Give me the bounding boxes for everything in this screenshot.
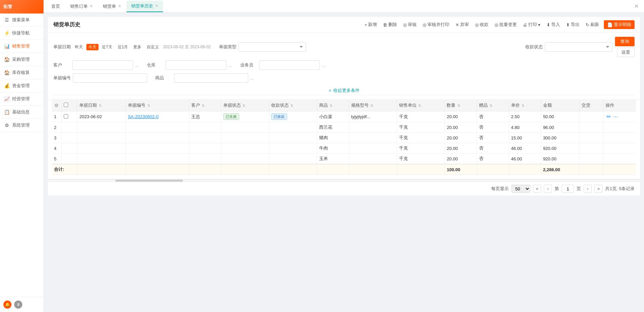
cell-checkbox — [61, 154, 77, 164]
settings-button[interactable]: 设置 — [617, 48, 635, 57]
sort-doc-number-icon[interactable]: ⇅ — [147, 104, 150, 107]
cell-amount: 920.00 — [541, 143, 580, 154]
tab-home[interactable]: 首页 — [47, 1, 65, 12]
cell-actions — [603, 143, 636, 154]
edit-action-btn[interactable]: ✏ — [606, 114, 612, 120]
date-1month[interactable]: 近1月 — [116, 44, 130, 50]
salesperson-input[interactable] — [259, 60, 320, 70]
import-button[interactable]: ⬇ 导入 — [545, 21, 561, 28]
warehouse-dots[interactable]: ... — [228, 63, 232, 68]
cell-amount: 96.00 — [541, 122, 580, 133]
payment-status-select[interactable] — [545, 42, 612, 52]
tab-sales-delivery[interactable]: 销货单 ✕ — [98, 1, 126, 12]
review-button[interactable]: ◎ 审核 — [402, 21, 418, 28]
cell-gift: 否 — [477, 133, 509, 143]
cell-quantity: 20.00 — [445, 111, 477, 122]
th-gift-label: 赠品 — [479, 103, 488, 108]
row-checkbox[interactable] — [64, 114, 68, 119]
date-7days[interactable]: 近7天 — [100, 44, 114, 50]
customer-dots[interactable]: ... — [135, 63, 139, 68]
show-detail-button[interactable]: 📄 显示明细 — [604, 20, 635, 29]
sidebar-item-system-mgmt[interactable]: ⚙ 系统管理 — [0, 119, 44, 132]
cell-spec-model — [349, 154, 397, 164]
table-settings-icon[interactable]: ⚙ — [54, 103, 59, 108]
collect-button[interactable]: ◎ 收款 — [474, 21, 490, 28]
total-info: 共1页, 5条记录 — [605, 186, 635, 192]
tabs-bar-close-all[interactable]: ✕ — [632, 3, 641, 9]
sort-customer-icon[interactable]: ⇅ — [202, 104, 204, 107]
sidebar-item-inventory[interactable]: 🏠 库存核算 — [0, 66, 44, 79]
cell-quantity: 20.00 — [445, 122, 477, 133]
customer-input[interactable] — [72, 60, 133, 70]
collapse-more-conditions[interactable]: ∧ 收起更多条件 — [53, 86, 635, 95]
tab-sales-history-close[interactable]: ✕ — [155, 4, 158, 8]
sort-doc-status-icon[interactable]: ⇅ — [243, 104, 245, 107]
th-doc-status-label: 单据状态 — [223, 103, 241, 108]
sidebar-item-basic-info[interactable]: 📋 基础信息 — [0, 106, 44, 119]
goods-input[interactable] — [174, 73, 248, 83]
sort-quantity-icon[interactable]: ⇅ — [457, 104, 460, 107]
sidebar-item-finance-mgmt[interactable]: 💰 资金管理 — [0, 79, 44, 93]
horizontal-scrollbar[interactable] — [48, 179, 640, 182]
page-number-input[interactable] — [562, 185, 574, 193]
date-more[interactable]: 更多 — [131, 44, 143, 50]
new-button[interactable]: + 新增 — [363, 21, 378, 28]
sort-payment-status-icon[interactable]: ⇅ — [290, 104, 293, 107]
refresh-button[interactable]: ↻ 刷新 — [584, 21, 600, 28]
pause-icon[interactable]: ⏸ — [14, 301, 22, 309]
scrollbar-thumb[interactable] — [115, 180, 183, 182]
per-page-select[interactable]: 50 100 — [511, 185, 530, 193]
search-menu-icon: ☰ — [4, 17, 9, 23]
doc-number-link[interactable]: SA-20230602-0 — [128, 114, 159, 119]
sidebar-item-sales-mgmt[interactable]: 📊 销售管理 — [0, 40, 44, 53]
sidebar-item-quick-nav[interactable]: ⚡ 快捷导航 — [0, 27, 44, 40]
sidebar-item-operations-mgmt[interactable]: 📈 经营管理 — [0, 93, 44, 106]
doc-number-input[interactable] — [73, 73, 147, 83]
tab-sales-history[interactable]: 销货单历史 ✕ — [127, 1, 163, 12]
cell-transaction — [580, 143, 603, 154]
date-custom[interactable]: 自定义 — [145, 44, 161, 50]
sidebar-item-purchase-mgmt[interactable]: 🏠 采购管理 — [0, 53, 44, 66]
sort-gift-icon[interactable]: ⇅ — [489, 104, 492, 107]
goods-dots[interactable]: ... — [250, 76, 254, 81]
abandon-button[interactable]: ✕ 弃审 — [454, 21, 470, 28]
next-page-button[interactable]: › — [584, 185, 592, 193]
cell-transaction — [580, 122, 603, 133]
date-yesterday[interactable]: 昨天 — [73, 44, 85, 50]
delete-button[interactable]: 🗑 删除 — [382, 21, 398, 28]
doc-type-select[interactable] — [239, 42, 306, 52]
review-print-button[interactable]: ◎ 审核并打印 — [421, 21, 451, 28]
filter-date: 单据日期 昨天 今天 近7天 近1月 更多 自定义 2023-06-02 至 2… — [53, 44, 211, 50]
batch-change-button[interactable]: ◎ 批量变更 — [493, 21, 518, 28]
sort-doc-date-icon[interactable]: ⇅ — [99, 104, 102, 107]
sort-spec-model-icon[interactable]: ⇅ — [370, 104, 373, 107]
cell-doc-number — [125, 122, 189, 133]
export-button[interactable]: ⬆ 导出 — [565, 21, 581, 28]
summary-total-amount: 2,286.00 — [541, 164, 580, 175]
sidebar-item-search-menu[interactable]: ☰ 搜索菜单 — [0, 14, 44, 27]
tab-sales-order[interactable]: 销售订单 ✕ — [65, 1, 97, 12]
more-action-btn[interactable]: ⋯ — [612, 114, 619, 120]
th-doc-date-label: 单据日期 — [79, 103, 97, 108]
last-page-button[interactable]: » — [594, 185, 603, 193]
date-today[interactable]: 今天 — [86, 44, 99, 50]
print-button[interactable]: 🖨 打印 ▾ — [522, 21, 542, 28]
table-row: 5 玉米 千克 20.00 否 46.00 920.00 — [52, 154, 636, 164]
sort-sales-unit-icon[interactable]: ⇅ — [418, 104, 421, 107]
query-button[interactable]: 查询 — [615, 37, 635, 46]
warehouse-input[interactable] — [166, 60, 226, 70]
sort-unit-price-icon[interactable]: ⇅ — [522, 104, 524, 107]
sidebar-item-label: 经营管理 — [12, 96, 30, 102]
tab-sales-order-close[interactable]: ✕ — [90, 4, 93, 8]
prev-page-button[interactable]: ‹ — [544, 185, 552, 193]
tab-sales-delivery-close[interactable]: ✕ — [118, 4, 121, 8]
first-page-button[interactable]: « — [533, 185, 541, 193]
select-all-checkbox[interactable] — [64, 103, 68, 107]
th-quantity: 数量 ⇅ — [445, 100, 477, 111]
filter-doc-type: 单据类型 — [219, 42, 306, 52]
th-settings[interactable]: ⚙ — [52, 100, 61, 111]
cell-doc-date — [77, 143, 126, 154]
salesperson-dots[interactable]: ... — [322, 63, 326, 68]
notification-icon[interactable]: 🔔 — [3, 301, 11, 309]
sort-goods-icon[interactable]: ⇅ — [330, 104, 332, 107]
